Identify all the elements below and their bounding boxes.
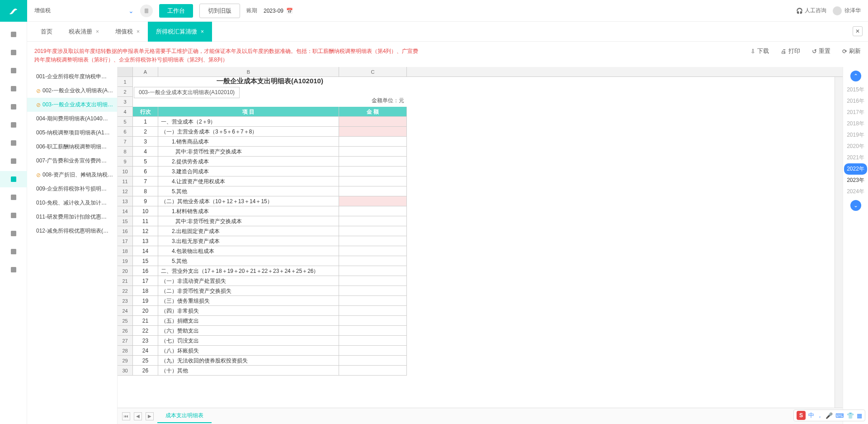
sheet-nav-first[interactable]: ⏮	[122, 412, 130, 420]
cell[interactable]: 3	[133, 137, 158, 147]
cell[interactable]	[339, 286, 407, 296]
cell[interactable]	[339, 167, 407, 176]
cell[interactable]	[339, 176, 407, 186]
year-down-button[interactable]: ⌄	[850, 200, 861, 211]
sidebar-form-icon[interactable]	[0, 117, 27, 133]
cell[interactable]: （二）其他业务成本（10＋12＋13＋14＋15）	[158, 196, 339, 206]
cell[interactable]: 4	[133, 147, 158, 157]
doc-icon-button[interactable]	[140, 5, 153, 17]
ime-toolbar[interactable]: S 中 ， 🎤 ⌨ 👕 ▦	[793, 410, 865, 421]
cell[interactable]	[339, 226, 407, 236]
cell[interactable]: 23	[133, 336, 158, 346]
sidebar-export-icon[interactable]	[0, 189, 27, 205]
cell[interactable]: （一）非流动资产处置损失	[158, 276, 339, 286]
cell[interactable]	[339, 306, 407, 316]
cell[interactable]: 13	[133, 236, 158, 246]
row-header[interactable]: 27	[118, 336, 133, 346]
tax-type-dropdown[interactable]: 增值税 ⌄	[34, 7, 134, 14]
tree-item[interactable]: 007-广告费和业务宣传费跨…	[27, 154, 117, 168]
vertical-scrollbar[interactable]	[835, 77, 843, 408]
cell[interactable]: 4.让渡资产使用权成本	[158, 176, 339, 186]
cell[interactable]: 16	[133, 266, 158, 276]
row-header[interactable]: 13	[118, 196, 133, 206]
cell[interactable]	[339, 186, 407, 196]
cell[interactable]: （二）非货币性资产交换损失	[158, 286, 339, 296]
cell[interactable]: 其中:非货币性资产交换成本	[158, 147, 339, 157]
sidebar-home-icon[interactable]	[0, 26, 27, 43]
tree-item[interactable]: 005-纳税调整项目明细表(A1…	[27, 126, 117, 140]
app-logo[interactable]	[0, 0, 27, 22]
cell[interactable]: （八）坏账损失	[158, 346, 339, 356]
sidebar-table-icon[interactable]	[0, 153, 27, 169]
ime-keyboard-icon[interactable]: ⌨	[835, 412, 844, 419]
tree-item[interactable]: ⊘008-资产折旧、摊销及纳税…	[27, 168, 117, 182]
cell[interactable]	[339, 127, 407, 137]
ime-mic-icon[interactable]: 🎤	[826, 412, 833, 419]
cell[interactable]	[339, 236, 407, 246]
cell[interactable]: 15	[133, 256, 158, 266]
tree-item[interactable]: ⊘003-一般企业成本支出明细…	[27, 98, 117, 112]
row-header[interactable]: 16	[118, 226, 133, 236]
cell[interactable]: 5.其他	[158, 256, 339, 266]
tree-item[interactable]: 011-研发费用加计扣除优惠…	[27, 210, 117, 224]
row-header[interactable]: 14	[118, 206, 133, 216]
cell[interactable]	[339, 326, 407, 336]
tree-item[interactable]: ⊘002-一般企业收入明细表(A…	[27, 84, 117, 98]
download-button[interactable]: ⇩下载	[750, 47, 769, 55]
cell[interactable]: 3.建造合同成本	[158, 167, 339, 176]
cell[interactable]: 3.出租无形资产成本	[158, 236, 339, 246]
cell[interactable]	[339, 246, 407, 256]
col-header-a[interactable]: A	[133, 67, 158, 76]
row-header[interactable]: 26	[118, 326, 133, 336]
cell[interactable]: 一、营业成本（2＋9）	[158, 117, 339, 127]
year-option[interactable]: 2019年	[844, 129, 867, 141]
cell[interactable]: 20	[133, 306, 158, 316]
print-button[interactable]: 🖨打印	[781, 47, 800, 55]
year-option[interactable]: 2016年	[844, 95, 867, 107]
cell[interactable]: 10	[133, 206, 158, 216]
sidebar-analytics-icon[interactable]	[0, 62, 27, 79]
period-picker[interactable]: 2023-09 📅	[264, 8, 293, 14]
cell[interactable]: （一）主营业务成本（3＋5＋6＋7＋8）	[158, 127, 339, 137]
workbench-button[interactable]: 工作台	[159, 4, 193, 18]
cell[interactable]: 7	[133, 176, 158, 186]
sheet-nav-prev[interactable]: ◀	[134, 412, 142, 420]
tree-item[interactable]: 009-企业所得税弥补亏损明…	[27, 182, 117, 196]
row-header[interactable]: 25	[118, 316, 133, 326]
cell[interactable]	[339, 346, 407, 356]
user-menu[interactable]: 徐泽华	[833, 6, 861, 15]
close-icon[interactable]: ×	[96, 29, 99, 35]
row-header[interactable]: 21	[118, 276, 133, 286]
sidebar-settings-icon[interactable]	[0, 225, 27, 242]
sheet-nav-next[interactable]: ▶	[146, 412, 154, 420]
sheet-tab[interactable]: 成本支出明细表	[157, 409, 212, 423]
sidebar-report-icon[interactable]	[0, 99, 27, 115]
sidebar-mail-icon[interactable]	[0, 207, 27, 224]
row-header[interactable]: 7	[118, 137, 133, 147]
cell[interactable]: 8	[133, 186, 158, 196]
cell[interactable]	[339, 356, 407, 366]
cell[interactable]: 5	[133, 157, 158, 167]
cell[interactable]: 12	[133, 226, 158, 236]
ime-punct-icon[interactable]: ，	[817, 411, 823, 419]
cell[interactable]	[339, 196, 407, 206]
year-option[interactable]: 2024年	[844, 186, 867, 197]
support-link[interactable]: 🎧 人工咨询	[796, 7, 826, 14]
cell[interactable]: （三）债务重组损失	[158, 296, 339, 306]
sidebar-tax-icon[interactable]	[0, 171, 27, 187]
tab-增值税[interactable]: 增值税×	[107, 22, 148, 42]
row-header[interactable]: 28	[118, 346, 133, 356]
row-header[interactable]: 10	[118, 167, 133, 176]
row-header[interactable]: 6	[118, 127, 133, 137]
cell[interactable]: 18	[133, 286, 158, 296]
year-option[interactable]: 2017年	[844, 107, 867, 118]
row-header[interactable]: 30	[118, 366, 133, 376]
ime-skin-icon[interactable]: 👕	[847, 412, 854, 419]
cell[interactable]	[339, 316, 407, 326]
row-header[interactable]: 20	[118, 266, 133, 276]
cell[interactable]: 二、营业外支出（17＋18＋19＋20＋21＋22＋23＋24＋25＋26）	[158, 266, 339, 276]
sidebar-media-icon[interactable]	[0, 243, 27, 260]
cell[interactable]: 1	[133, 117, 158, 127]
cell[interactable]: 24	[133, 346, 158, 356]
sidebar-misc-icon[interactable]	[0, 262, 27, 278]
